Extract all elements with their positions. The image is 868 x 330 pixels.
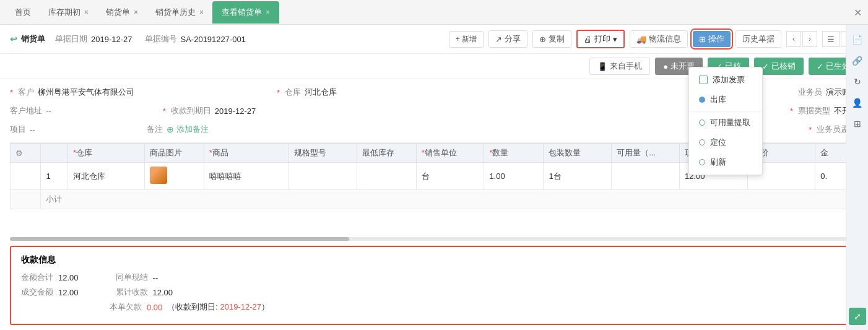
- project-value: --: [30, 125, 35, 134]
- tab-sales-history-close[interactable]: ×: [199, 8, 204, 17]
- copy-label: 复制: [549, 33, 565, 45]
- due-date-label: 收款到期日: [171, 105, 211, 116]
- sales-order-icon: ↩: [10, 34, 17, 44]
- sidebar-expand-icon[interactable]: ⤢: [849, 308, 866, 325]
- row-available: [612, 163, 680, 190]
- sidebar-grid-icon[interactable]: ⊞: [849, 115, 866, 132]
- sidebar-refresh-icon[interactable]: ↻: [849, 73, 866, 90]
- add-note-button[interactable]: ⊕ 添加备注: [167, 124, 209, 135]
- doc-date-value: 2019-12-27: [91, 35, 132, 44]
- tab-inventory-init[interactable]: 库存期初 ×: [40, 1, 97, 24]
- horizontal-scrollbar[interactable]: [10, 237, 858, 241]
- deal-amount-value: 12.00: [58, 288, 79, 297]
- dropdown-refresh[interactable]: 刷新: [689, 152, 762, 172]
- operations-dropdown: 添加发票 出库 可用量提取 定位 刷新: [688, 67, 763, 175]
- right-sidebar: 📄 🔗 ↻ 👤 ⊞ ⤢: [846, 25, 868, 330]
- add-invoice-icon: [699, 76, 708, 84]
- overdue-value: 0.00: [147, 303, 162, 312]
- col-warehouse: *仓库: [68, 144, 144, 163]
- scrollbar-thumb[interactable]: [10, 237, 349, 241]
- print-button[interactable]: 🖨 打印 ▾: [576, 30, 625, 48]
- copy-icon: ⊕: [539, 35, 546, 44]
- copy-button[interactable]: ⊕ 复制: [532, 30, 571, 48]
- window-close-button[interactable]: ✕: [854, 6, 862, 18]
- dropdown-locate[interactable]: 定位: [689, 132, 762, 152]
- customer-value[interactable]: 柳州粤港平安气体有限公司: [38, 87, 134, 98]
- main-content: ↩ 销货单 单据日期 2019-12-27 单据编号 SA-20191227-0…: [0, 25, 868, 330]
- bottom-panel-row-2: 成交金额 12.00 累计收款 12.00: [21, 287, 847, 298]
- col-unit: *销售单位: [416, 144, 484, 163]
- warehouse-value[interactable]: 河北仓库: [305, 87, 337, 98]
- dropdown-divider: [689, 111, 762, 111]
- col-pkg-qty: 包装数量: [544, 144, 612, 163]
- col-product: *商品: [204, 144, 289, 163]
- locate-label: 定位: [710, 137, 726, 148]
- dropdown-available-qty[interactable]: 可用量提取: [689, 113, 762, 132]
- sidebar-person-icon[interactable]: 👤: [849, 94, 866, 111]
- from-phone-button[interactable]: 📱 来自手机: [589, 58, 650, 75]
- address-field: 客户地址 --: [10, 105, 51, 116]
- overdue-due-date: （收款到期日: 2019-12-27）: [167, 302, 269, 313]
- tab-check-sales-close[interactable]: ×: [266, 8, 270, 17]
- cancelled-icon: ✓: [762, 62, 769, 71]
- doc-title-text: 销货单: [21, 33, 45, 45]
- customer-field: * 客户 柳州粤港平安气体有限公司: [10, 87, 134, 98]
- doc-date-label: 单据日期: [55, 33, 87, 45]
- col-available: 可用量（...: [612, 144, 680, 163]
- operations-button[interactable]: ⊞ 操作: [693, 31, 731, 47]
- note-label: 备注: [147, 124, 163, 135]
- tab-sales-history-label: 销货单历史: [155, 7, 196, 18]
- history-button[interactable]: 历史单据: [736, 30, 781, 48]
- col-settings[interactable]: ⚙: [11, 144, 41, 163]
- doc-number-field: 单据编号 SA-20191227-001: [145, 33, 246, 45]
- same-order-settle-field: 同单现结 --: [116, 272, 158, 283]
- tab-check-sales[interactable]: 查看销货单 ×: [212, 1, 279, 24]
- ticket-type-required-mark: *: [790, 106, 793, 116]
- subtotal-settings: [11, 190, 41, 209]
- cumulative-receipt-label: 累计收款: [116, 287, 148, 298]
- deal-amount-field: 成交金额 12.00: [21, 287, 79, 298]
- doc-title: ↩ 销货单: [10, 33, 45, 45]
- tab-home[interactable]: 首页: [6, 1, 40, 24]
- row-seq: 1: [41, 163, 68, 190]
- print-label: 打印: [594, 33, 610, 45]
- history-label: 历史单据: [742, 33, 775, 45]
- sidebar-link-icon[interactable]: 🔗: [849, 52, 866, 69]
- tab-sales-order[interactable]: 销货单 ×: [97, 1, 147, 24]
- share-label: 分享: [505, 33, 521, 45]
- doc-date-field: 单据日期 2019-12-27: [55, 33, 132, 45]
- tab-sales-order-close[interactable]: ×: [134, 8, 138, 17]
- doc-actions: + 新增 ↗ 分享 ⊕ 复制 🖨 打印 ▾ 🚚 物流信息 ⊞ 操作: [449, 30, 858, 48]
- row-pkg-qty: 1台: [544, 163, 612, 190]
- due-date-field: * 收款到期日 2019-12-27: [163, 105, 256, 116]
- tab-bar: 首页 库存期初 × 销货单 × 销货单历史 × 查看销货单 × ✕: [0, 0, 868, 25]
- next-button[interactable]: ›: [802, 31, 817, 47]
- total-amount-value: 12.00: [58, 273, 79, 282]
- subtotal-row: 小计: [11, 190, 858, 209]
- prev-button[interactable]: ‹: [786, 31, 801, 47]
- add-button[interactable]: + 新增: [449, 31, 484, 48]
- deal-amount-label: 成交金额: [21, 287, 53, 298]
- overdue-field: 本单欠款 0.00 （收款到期日: 2019-12-27）: [110, 302, 269, 313]
- bottom-panel-row-1: 金额合计 12.00 同单现结 --: [21, 272, 847, 283]
- col-seq: [41, 144, 68, 163]
- tab-sales-history[interactable]: 销货单历史 ×: [147, 1, 212, 24]
- list-view-button[interactable]: ☰: [822, 31, 840, 47]
- logistics-button[interactable]: 🚚 物流信息: [630, 30, 688, 48]
- employee-label: 业务员: [798, 87, 822, 98]
- dropdown-add-invoice[interactable]: 添加发票: [689, 70, 762, 90]
- dropdown-outbound[interactable]: 出库: [689, 90, 762, 110]
- add-note-label: 添加备注: [176, 124, 209, 135]
- project-field: 项目 --: [10, 124, 35, 135]
- refresh-icon: [699, 159, 705, 165]
- due-date-value[interactable]: 2019-12-27: [215, 106, 256, 116]
- share-button[interactable]: ↗ 分享: [488, 30, 527, 48]
- cumulative-receipt-field: 累计收款 12.00: [116, 287, 173, 298]
- print-icon: 🖨: [584, 35, 592, 44]
- sidebar-document-icon[interactable]: 📄: [849, 31, 866, 48]
- tab-inventory-init-close[interactable]: ×: [84, 8, 89, 17]
- product-image: [150, 167, 167, 184]
- warehouse-label: 仓库: [285, 87, 301, 98]
- cumulative-receipt-value: 12.00: [153, 288, 173, 297]
- available-qty-label: 可用量提取: [710, 117, 750, 128]
